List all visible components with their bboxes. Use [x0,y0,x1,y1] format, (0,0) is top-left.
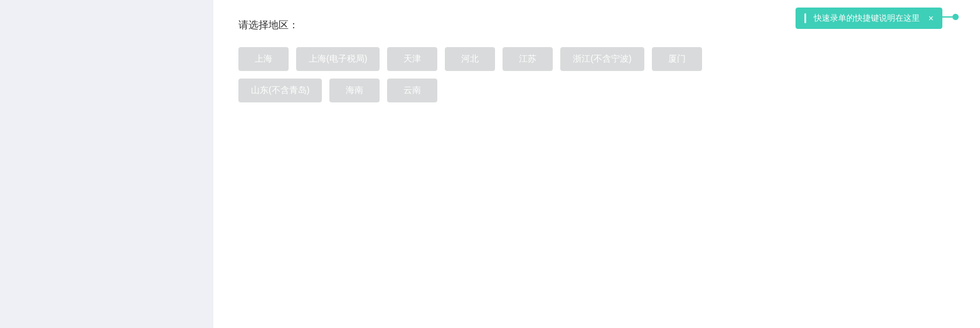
region-btn-shanghai[interactable]: 上海 [238,47,289,71]
region-row-1: 上海 上海(电子税局) 天津 河北 江苏 浙江(不含宁波) 厦门 [238,47,955,71]
region-btn-jiangsu[interactable]: 江苏 [503,47,553,71]
region-btn-xiamen[interactable]: 厦门 [652,47,702,71]
region-btn-shandong[interactable]: 山东(不含青岛) [238,79,322,102]
region-btn-shanghai-etax[interactable]: 上海(电子税局) [296,47,380,71]
region-btn-tianjin[interactable]: 天津 [387,47,437,71]
region-btn-zhejiang[interactable]: 浙江(不含宁波) [560,47,644,71]
region-btn-hebei[interactable]: 河北 [445,47,495,71]
main-content: 请选择地区： 上海 上海(电子税局) 天津 河北 江苏 浙江(不含宁波) 厦门 … [213,0,980,328]
tooltip-connector-dot [952,14,959,20]
region-btn-yunnan[interactable]: 云南 [387,79,437,102]
region-row-2: 山东(不含青岛) 海南 云南 [238,79,955,102]
tooltip-connector-line [940,16,952,18]
sidebar [0,0,213,328]
region-btn-hainan[interactable]: 海南 [329,79,380,102]
tooltip-text: 快速录单的快捷键说明在这里 [814,13,920,24]
tooltip-close-button[interactable]: × [929,13,934,23]
tooltip-left-bar [804,13,806,23]
tooltip-banner: 快速录单的快捷键说明在这里 × [796,8,942,29]
